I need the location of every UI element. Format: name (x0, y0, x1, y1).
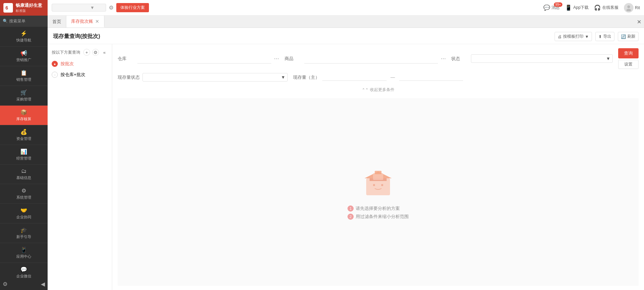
page-actions: 🖨 按模板打印 ▼ ⬆ 导出 🔄 刷新 (555, 32, 639, 41)
sidebar: 6 畅康通好生意 标准版 🔍 搜索菜单 ⚡ 快捷导航 📢 营销推广 📋 销售管理… (0, 0, 48, 290)
collapse-sidebar-icon[interactable]: ◀ (41, 281, 45, 287)
status-select[interactable]: ▼ (471, 54, 613, 63)
message-icon: 💬 (543, 4, 550, 11)
print-dropdown-icon: ▼ (585, 34, 589, 39)
warehouse-input-wrapper (137, 54, 271, 64)
sidebar-item-sales[interactable]: 📋 销售管理 (0, 66, 48, 86)
product-input[interactable] (306, 55, 437, 62)
username-label: Rit (635, 5, 640, 10)
page-title: 现存量查询(按批次) (53, 33, 100, 40)
app-logo: 6 (3, 3, 13, 13)
svg-point-2 (626, 9, 631, 11)
settings-icon: ⚙ (94, 50, 98, 55)
stock-qty-max-wrapper (399, 74, 463, 81)
svg-point-9 (381, 184, 383, 186)
scheme-item-by-batch[interactable]: ● 按批次 (48, 58, 112, 69)
print-template-button[interactable]: 🖨 按模板打印 ▼ (555, 32, 592, 41)
system-label: 系统管理 (16, 195, 31, 200)
svg-rect-7 (375, 171, 382, 174)
messages-item[interactable]: 💬 消息 99+ (543, 4, 560, 11)
sidebar-item-beginner-guide[interactable]: 🎓 新手引导 (0, 223, 48, 243)
query-button[interactable]: 查询 (618, 48, 639, 58)
experience-industry-button[interactable]: 体验行业方案 (116, 3, 149, 12)
sidebar-item-app-center[interactable]: 📱 应用中心 (0, 243, 48, 263)
sidebar-header: 6 畅康通好生意 标准版 (0, 0, 48, 16)
sales-label: 销售管理 (16, 77, 31, 82)
warehouse-input[interactable] (139, 55, 270, 62)
topbar-search-input[interactable] (55, 5, 89, 10)
status-dropdown-icon: ▼ (606, 56, 610, 61)
sidebar-item-system[interactable]: ⚙ 系统管理 (0, 184, 48, 204)
sidebar-footer: ⚙ ◀ (0, 278, 48, 290)
scheme-inactive-dot: ○ (52, 72, 58, 78)
phone-icon: 📱 (565, 4, 572, 11)
finance-label: 资金管理 (16, 136, 31, 141)
tab-close-icon[interactable]: ✕ (95, 19, 99, 24)
quick-nav-label: 快捷导航 (16, 38, 31, 43)
svg-point-1 (627, 5, 630, 8)
export-label: 导出 (603, 34, 611, 39)
finance-icon: 💰 (20, 129, 27, 135)
topbar-search-dropdown-icon[interactable]: ▼ (90, 5, 95, 10)
tab-home-label: 首页 (52, 19, 61, 25)
online-service-item[interactable]: 🎧 在线客服 (594, 4, 618, 11)
stock-qty-max-input[interactable] (401, 75, 462, 80)
print-icon: 🖨 (558, 34, 562, 39)
collapse-panel-button[interactable]: « (101, 49, 108, 56)
sidebar-item-purchase[interactable]: 🛒 采购管理 (0, 86, 48, 106)
refresh-button[interactable]: 🔄 刷新 (618, 32, 639, 41)
app-brand: 畅康通好生意 标准版 (16, 3, 42, 13)
scheme-by-warehouse-batch-label: 按仓库+批次 (61, 72, 85, 78)
stock-qty-dash: — (391, 75, 395, 80)
left-panel: 按以下方案查询 + ⚙ « ● 按批次 ○ (48, 44, 112, 290)
empty-illustration (361, 165, 395, 199)
marketing-icon: 📢 (20, 50, 27, 56)
scheme-settings-button[interactable]: ⚙ (92, 49, 99, 56)
product-more-button[interactable]: ··· (441, 55, 446, 62)
stock-qty-min-input[interactable] (324, 75, 385, 80)
collapse-more-conditions-button[interactable]: ⌃⌃ 收起更多条件 (118, 86, 639, 94)
stock-status-dropdown-icon: ▼ (281, 75, 285, 80)
sidebar-item-inventory[interactable]: 📦 库存核算 (0, 106, 48, 125)
close-all-tabs-button[interactable]: ✕ (637, 18, 641, 25)
settings-button[interactable]: 设置 (618, 60, 639, 69)
warehouse-more-button[interactable]: ··· (274, 55, 279, 62)
stock-qty-min-wrapper (322, 74, 387, 81)
sidebar-item-marketing[interactable]: 📢 营销推广 (0, 47, 48, 66)
enterprise-collab-label: 企业协同 (16, 215, 31, 220)
tab-inventory-batch[interactable]: 库存批次账 ✕ (66, 16, 104, 28)
sidebar-item-wechat-work[interactable]: 💬 企业微信 (0, 263, 48, 278)
product-filter-label: 商品 (285, 56, 302, 62)
user-profile-item[interactable]: Rit (624, 3, 640, 13)
sidebar-item-finance[interactable]: 💰 资金管理 (0, 125, 48, 145)
sidebar-item-enterprise-collab[interactable]: 🤝 企业协同 (0, 204, 48, 223)
online-service-label: 在线客服 (602, 5, 618, 11)
scheme-item-by-warehouse-batch[interactable]: ○ 按仓库+批次 (48, 69, 112, 80)
sidebar-search[interactable]: 🔍 搜索菜单 (0, 16, 48, 27)
sidebar-item-quick-nav[interactable]: ⚡ 快捷导航 (0, 27, 48, 47)
empty-state: 1 请先选择要分析的方案 2 用过滤条件来缩小分析范围 (118, 98, 639, 286)
stock-status-filter-group: 现存量状态 ▼ (118, 73, 288, 81)
stock-status-select[interactable]: ▼ (142, 73, 288, 81)
main-content: 首页 库存批次账 ✕ ✕ 现存量查询(按批次) 🖨 按模板打印 ▼ ⬆ 导出 🔄… (48, 16, 644, 290)
sidebar-item-operations[interactable]: 📊 经营管理 (0, 145, 48, 165)
empty-tips: 1 请先选择要分析的方案 2 用过滤条件来缩小分析范围 (348, 205, 409, 220)
wechat-work-label: 企业微信 (16, 274, 31, 278)
settings-icon[interactable]: ⚙ (3, 281, 7, 287)
topbar-search-box: ▼ (52, 4, 106, 12)
topbar-settings-icon[interactable]: ⚙ (109, 4, 114, 11)
wechat-work-icon: 💬 (20, 266, 27, 273)
tab-home[interactable]: 首页 (48, 16, 66, 28)
app-download-item[interactable]: 📱 App下载 (565, 4, 589, 11)
brand-name: 畅康通好生意 (16, 3, 42, 8)
tip-num-2: 2 (348, 214, 354, 220)
messages-badge: 99+ (554, 2, 562, 7)
tab-inventory-batch-label: 库存批次账 (71, 18, 93, 24)
tab-bar: 首页 库存批次账 ✕ ✕ (48, 16, 644, 28)
scheme-by-batch-label: 按批次 (61, 61, 74, 67)
app-center-icon: 📱 (20, 247, 27, 253)
add-scheme-button[interactable]: + (83, 49, 90, 56)
operations-label: 经营管理 (16, 156, 31, 161)
export-button[interactable]: ⬆ 导出 (595, 32, 614, 41)
sidebar-item-basic-info[interactable]: 🗂 基础信息 (0, 165, 48, 184)
